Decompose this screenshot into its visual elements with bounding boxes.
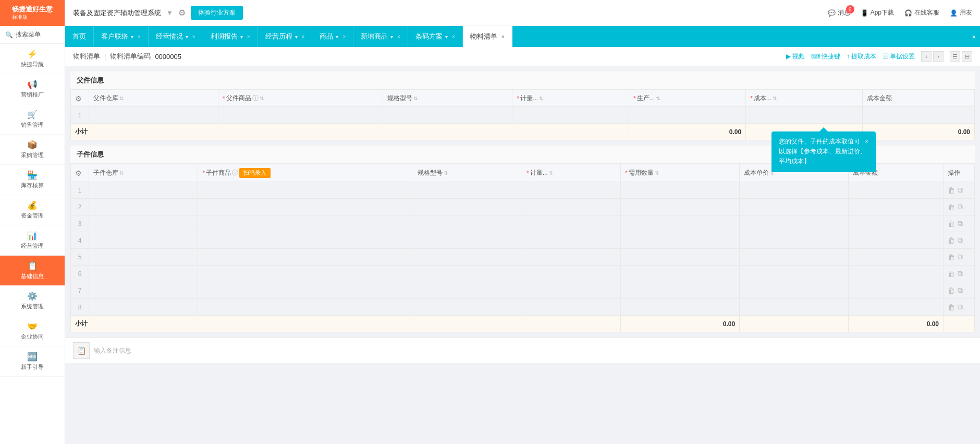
child-cost-amount-cell[interactable]	[849, 249, 944, 266]
delete-row-icon[interactable]: 🗑	[948, 303, 955, 311]
parent-cost-amount-cell[interactable]	[862, 107, 974, 124]
child-unit-cell[interactable]	[522, 299, 621, 316]
child-unit-cell[interactable]	[522, 282, 621, 299]
video-action[interactable]: ▶ 视频	[786, 52, 805, 61]
parent-production-cell[interactable]	[629, 107, 746, 124]
copy-row-icon[interactable]: ⧉	[958, 253, 963, 261]
prev-arrow[interactable]: ‹	[921, 51, 932, 62]
tab-business[interactable]: 经营情况 ▾ ×	[149, 26, 203, 47]
delete-row-icon[interactable]: 🗑	[948, 203, 955, 211]
child-goods-cell[interactable]	[198, 299, 413, 316]
col-settings-icon[interactable]: ⚙	[75, 169, 82, 177]
child-qty-cell[interactable]	[621, 282, 740, 299]
tooltip-close-button[interactable]: ×	[865, 137, 868, 147]
tab-customer[interactable]: 客户联络 ▾ ×	[94, 26, 149, 47]
tab-bom[interactable]: 物料清单 ×	[463, 26, 512, 47]
sidebar-item-quick-nav[interactable]: ⚡ 快捷导航	[0, 44, 65, 74]
child-warehouse-cell[interactable]	[89, 266, 198, 282]
delete-row-icon[interactable]: 🗑	[948, 186, 955, 195]
child-qty-cell[interactable]	[621, 299, 740, 316]
copy-row-icon[interactable]: ⧉	[958, 202, 963, 211]
next-arrow[interactable]: ›	[933, 51, 944, 62]
child-warehouse-cell[interactable]	[89, 232, 198, 249]
delete-row-icon[interactable]: 🗑	[948, 286, 955, 295]
online-service-button[interactable]: 🎧 在线客服	[904, 8, 939, 17]
child-spec-cell[interactable]	[413, 215, 522, 232]
sidebar-item-system[interactable]: ⚙️ 系统管理	[0, 286, 65, 316]
delete-row-icon[interactable]: 🗑	[948, 236, 955, 245]
child-spec-cell[interactable]	[413, 282, 522, 299]
child-warehouse-cell[interactable]	[89, 182, 198, 199]
sidebar-item-operations[interactable]: 📊 经营管理	[0, 225, 65, 256]
tab-close-icon[interactable]: ×	[452, 34, 455, 40]
tab-close-icon[interactable]: ×	[138, 34, 141, 40]
parent-cost-cell[interactable]	[746, 107, 863, 124]
sidebar-item-guide[interactable]: 🆕 新手引导	[0, 346, 65, 377]
child-warehouse-cell[interactable]	[89, 282, 198, 299]
trial-button[interactable]: 体验行业方案	[191, 6, 243, 20]
delete-row-icon[interactable]: 🗑	[948, 220, 955, 228]
child-unit-cell[interactable]	[522, 182, 621, 199]
child-goods-cell[interactable]	[198, 182, 413, 199]
child-goods-cell[interactable]	[198, 249, 413, 266]
sidebar-item-collab[interactable]: 🤝 企业协同	[0, 316, 65, 346]
app-download-button[interactable]: 📱 App下载	[861, 8, 894, 17]
tab-close-icon[interactable]: ×	[192, 34, 195, 40]
child-cost-amount-cell[interactable]	[849, 232, 944, 249]
child-qty-cell[interactable]	[621, 249, 740, 266]
tab-new-goods[interactable]: 新增商品 ▾ ×	[353, 26, 408, 47]
delete-row-icon[interactable]: 🗑	[948, 270, 955, 278]
child-unit-cell[interactable]	[522, 215, 621, 232]
gear-icon[interactable]: ⚙	[178, 8, 186, 18]
tab-close-icon[interactable]: ×	[342, 34, 346, 40]
sidebar-item-finance[interactable]: 💰 资金管理	[0, 195, 65, 225]
copy-row-icon[interactable]: ⧉	[958, 269, 963, 278]
child-goods-cell[interactable]	[198, 282, 413, 299]
child-cost-amount-cell[interactable]	[849, 282, 944, 299]
sidebar-search[interactable]: 🔍 搜索菜单	[0, 26, 65, 44]
child-spec-cell[interactable]	[413, 199, 522, 215]
parent-spec-cell[interactable]	[383, 107, 512, 124]
child-warehouse-cell[interactable]	[89, 249, 198, 266]
child-unit-cost-cell[interactable]	[740, 249, 849, 266]
dropdown-arrow-icon[interactable]: ▼	[166, 9, 173, 17]
breadcrumb-bom[interactable]: 物料清单	[73, 52, 100, 61]
tab-goods[interactable]: 商品 ▾ ×	[312, 26, 353, 47]
user-button[interactable]: 👤 用友	[950, 8, 972, 17]
child-unit-cost-cell[interactable]	[740, 266, 849, 282]
th-settings[interactable]: ⚙	[71, 90, 89, 107]
child-unit-cell[interactable]	[522, 232, 621, 249]
copy-row-icon[interactable]: ⧉	[958, 286, 963, 295]
child-unit-cost-cell[interactable]	[740, 182, 849, 199]
child-unit-cost-cell[interactable]	[740, 232, 849, 249]
child-cost-amount-cell[interactable]	[849, 266, 944, 282]
copy-row-icon[interactable]: ⧉	[958, 303, 963, 311]
list-view-icon[interactable]: ☰	[950, 51, 960, 62]
tab-profit[interactable]: 利润报告 ▾ ×	[203, 26, 258, 47]
child-goods-cell[interactable]	[198, 266, 413, 282]
parent-goods-cell[interactable]	[218, 107, 383, 124]
copy-row-icon[interactable]: ⧉	[958, 219, 963, 228]
child-unit-cost-cell[interactable]	[740, 282, 849, 299]
child-cost-amount-cell[interactable]	[849, 299, 944, 316]
grid-view-icon[interactable]: ⊟	[962, 51, 972, 62]
sidebar-item-sales[interactable]: 🛒 销售管理	[0, 104, 65, 135]
tab-close-icon[interactable]: ×	[302, 34, 305, 40]
child-cost-amount-cell[interactable]	[849, 215, 944, 232]
sidebar-item-basic-info[interactable]: 📋 基础信息	[0, 256, 65, 286]
child-goods-cell[interactable]	[198, 232, 413, 249]
sidebar-item-purchase[interactable]: 📦 采购管理	[0, 135, 65, 165]
child-spec-cell[interactable]	[413, 182, 522, 199]
single-settings-action[interactable]: ☰ 单据设置	[883, 52, 915, 61]
child-unit-cell[interactable]	[522, 249, 621, 266]
child-warehouse-cell[interactable]	[89, 199, 198, 215]
child-qty-cell[interactable]	[621, 199, 740, 215]
sidebar-item-inventory[interactable]: 🏪 库存核算	[0, 165, 65, 195]
tab-close-icon[interactable]: ×	[397, 34, 400, 40]
tab-barcode[interactable]: 条码方案 ▾ ×	[408, 26, 463, 47]
child-goods-cell[interactable]	[198, 215, 413, 232]
child-unit-cell[interactable]	[522, 199, 621, 215]
tab-bom-close-icon[interactable]: ×	[501, 34, 505, 40]
child-qty-cell[interactable]	[621, 232, 740, 249]
col-settings-icon[interactable]: ⚙	[75, 94, 82, 103]
